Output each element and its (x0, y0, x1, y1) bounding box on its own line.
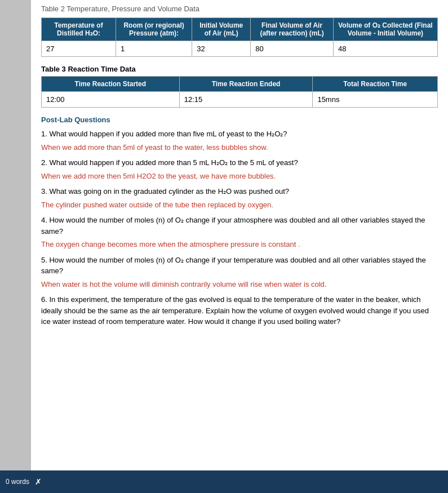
main-content: Table 2 Temperature, Pressure and Volume… (31, 0, 448, 493)
left-sidebar (0, 0, 31, 493)
answer-4: The oxygen change becomes more when the … (41, 239, 438, 250)
question-1: 1. What would happen if you added more t… (41, 128, 438, 140)
postlab-title: Post-Lab Questions (41, 116, 438, 124)
bottom-bar: 0 words ✗ (0, 470, 448, 493)
table3: Time Reaction Started Time Reaction Ende… (41, 76, 438, 108)
close-icon[interactable]: ✗ (35, 477, 42, 486)
postlab-q6: 6. In this experiment, the temperature o… (41, 294, 438, 327)
table3-header-3: Total Reaction Time (313, 77, 438, 92)
table3-cell-1: 12:00 (42, 92, 180, 108)
postlab-q5: 5. How would the number of moles (n) of … (41, 255, 438, 290)
table3-label: Table 3 Reaction Time Data (41, 65, 438, 73)
table2-cell-1: 27 (42, 41, 116, 57)
table2-header-4: Final Volume of Air (after reaction) (mL… (251, 18, 334, 41)
table2-header-1: Temperature of Distilled H₂O: (42, 18, 116, 41)
table3-cell-3: 15mns (313, 92, 438, 108)
answer-1: When we add more than 5ml of yeast to th… (41, 142, 438, 153)
page-wrapper: Table 2 Temperature, Pressure and Volume… (0, 0, 448, 493)
answer-2: When we add more then 5ml H2O2 to the ye… (41, 171, 438, 182)
table3-header-1: Time Reaction Started (42, 77, 180, 92)
table3-header-2: Time Reaction Ended (179, 77, 313, 92)
question-3: 3. What was going on in the graduated cy… (41, 186, 438, 197)
table2-cell-5: 48 (333, 41, 437, 57)
table2: Temperature of Distilled H₂O: Room (or r… (41, 17, 438, 57)
table2-cell-2: 1 (116, 41, 192, 57)
postlab-q4: 4. How would the number of moles (n) of … (41, 215, 438, 250)
question-5: 5. How would the number of moles (n) of … (41, 255, 438, 277)
answer-5: When water is hot the volume will dimini… (41, 279, 438, 290)
table2-header-2: Room (or regional) Pressure (atm): (116, 18, 192, 41)
postlab-q1: 1. What would happen if you added more t… (41, 128, 438, 153)
question-4: 4. How would the number of moles (n) of … (41, 215, 438, 237)
answer-3: The cylinder pushed water outside of the… (41, 199, 438, 211)
question-2: 2. What would happen if you added more t… (41, 157, 438, 168)
table2-header-3: Initial Volume of Air (mL) (192, 18, 251, 41)
question-6: 6. In this experiment, the temperature o… (41, 294, 438, 327)
table2-header-5: Volume of O₂ Collected (Final Volume - I… (333, 18, 437, 41)
table2-title: Table 2 Temperature, Pressure and Volume… (41, 5, 438, 13)
postlab-q2: 2. What would happen if you added more t… (41, 157, 438, 181)
table2-cell-3: 32 (192, 41, 251, 57)
table2-cell-4: 80 (251, 41, 334, 57)
table3-cell-2: 12:15 (179, 92, 313, 108)
postlab-q3: 3. What was going on in the graduated cy… (41, 186, 438, 210)
word-count: 0 words (6, 478, 29, 486)
